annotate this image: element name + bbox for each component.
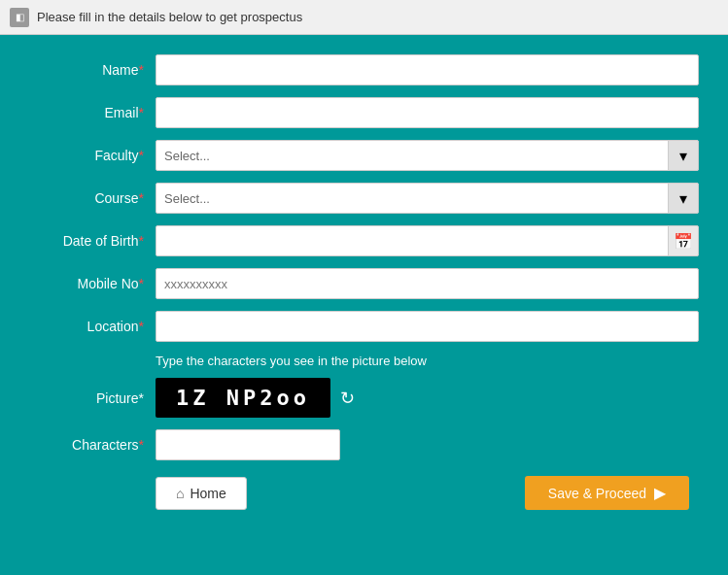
home-label: Home (190, 486, 225, 501)
dob-label: Date of Birth* (29, 233, 156, 249)
email-label: Email* (29, 105, 156, 120)
name-row: Name* (29, 54, 699, 85)
captcha-hint: Type the characters you see in the pictu… (156, 354, 699, 368)
mobile-label: Mobile No* (29, 276, 156, 291)
faculty-select[interactable]: Select... Faculty of Arts Faculty of Sci… (156, 140, 699, 171)
calendar-icon: 📅 (674, 232, 693, 251)
faculty-label: Faculty* (29, 148, 156, 163)
course-select-wrapper: Select... Computer Science Business Engi… (156, 183, 699, 214)
refresh-captcha-button[interactable]: ↻ (340, 388, 355, 409)
button-row: ⌂ Home Save & Proceed ▶ (29, 476, 699, 510)
name-input[interactable] (156, 54, 699, 85)
mobile-input[interactable] (156, 268, 699, 299)
save-proceed-button[interactable]: Save & Proceed ▶ (525, 476, 689, 510)
course-select[interactable]: Select... Computer Science Business Engi… (156, 183, 699, 214)
location-label: Location* (29, 319, 156, 334)
dob-wrapper: 📅 (156, 225, 699, 256)
email-input[interactable] (156, 97, 699, 128)
main-content: Name* Email* Faculty* Select... Faculty … (0, 35, 728, 575)
save-label: Save & Proceed (548, 486, 646, 501)
title-bar: ◧ Please fill in the details below to ge… (0, 0, 728, 35)
email-row: Email* (29, 97, 699, 128)
characters-row: Characters* (29, 429, 699, 460)
course-row: Course* Select... Computer Science Busin… (29, 183, 699, 214)
home-icon: ⌂ (176, 486, 184, 501)
dob-input[interactable] (156, 225, 699, 256)
captcha-image: 1Z NP2oo (156, 378, 330, 418)
characters-input[interactable] (156, 429, 340, 460)
save-arrow-icon: ▶ (654, 484, 666, 502)
location-row: Location* (29, 311, 699, 342)
faculty-row: Faculty* Select... Faculty of Arts Facul… (29, 140, 699, 171)
faculty-select-wrapper: Select... Faculty of Arts Faculty of Sci… (156, 140, 699, 171)
dob-row: Date of Birth* 📅 (29, 225, 699, 256)
title-bar-text: Please fill in the details below to get … (37, 10, 302, 24)
calendar-button[interactable]: 📅 (668, 225, 699, 256)
mobile-row: Mobile No* (29, 268, 699, 299)
picture-row: Picture* 1Z NP2oo ↻ (29, 378, 699, 418)
course-label: Course* (29, 190, 156, 206)
home-button[interactable]: ⌂ Home (156, 477, 247, 510)
location-input[interactable] (156, 311, 699, 342)
characters-label: Characters* (29, 437, 156, 453)
picture-label: Picture* (29, 390, 156, 406)
title-bar-icon: ◧ (10, 8, 29, 27)
name-label: Name* (29, 62, 156, 78)
